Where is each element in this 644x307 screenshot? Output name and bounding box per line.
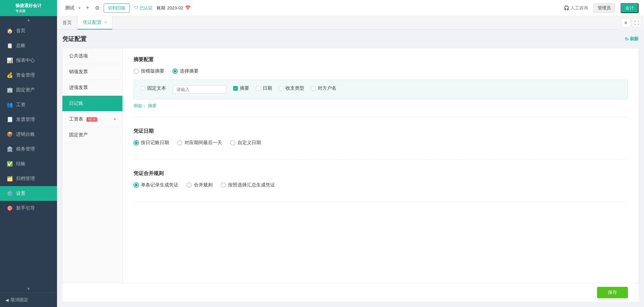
project-name: 测试 — [65, 5, 74, 11]
expand-tab-button[interactable]: ⛶ — [632, 18, 641, 28]
logo-line2: 专业版 — [15, 9, 42, 13]
sidebar-item-salary[interactable]: 👥 工资 — [0, 97, 57, 112]
save-button[interactable]: 保存 — [597, 287, 628, 298]
checkbox-fixed-text[interactable]: 固定文本 — [141, 85, 166, 91]
sidebar-item-report-center[interactable]: 📊 报表中心 — [0, 53, 57, 68]
radio-select-summary[interactable]: 选择摘要 — [172, 68, 199, 74]
tax-icon: 🏛️ — [7, 146, 13, 152]
sidebar-label-fixed-assets: 固定资产 — [16, 87, 35, 93]
calendar-icon[interactable]: 📅 — [185, 5, 191, 10]
summary-radio-group: 按模版摘要 选择摘要 — [133, 68, 628, 74]
sidebar-label-salary: 工资 — [16, 102, 25, 108]
switch-old-version-button[interactable]: 切到旧版 — [104, 3, 130, 13]
config-nav-journal-label: 日记账 — [69, 100, 83, 106]
sidebar-label-invoice-management: 发票管理 — [16, 117, 35, 123]
checkbox-fixed-text-box — [141, 86, 145, 91]
cancel-fixed-button[interactable]: ◀ 取消固定 — [0, 293, 57, 307]
refresh-icon: ↻ — [625, 37, 629, 42]
scroll-down-arrow[interactable]: ▼ — [0, 285, 57, 293]
refresh-button[interactable]: ↻ 刷新 — [625, 36, 639, 42]
admin-button[interactable]: 管理员 — [593, 3, 615, 13]
radio-template-summary[interactable]: 按模版摘要 — [133, 68, 164, 74]
config-nav-salary-table[interactable]: 工资表 NEW ▾ — [62, 112, 122, 127]
fixed-text-input[interactable] — [173, 85, 226, 94]
summary-config-title: 摘要配置 — [133, 56, 628, 63]
sidebar: ▲ 🏠 首页 📋 总账 📊 报表中心 💰 资金管理 🏢 固定资产 — [0, 16, 57, 307]
voucher-date-title: 凭证日期 — [133, 128, 628, 134]
radio-journal-date-circle — [133, 140, 139, 145]
sidebar-label-settlement: 结账 — [16, 161, 25, 167]
config-nav-sales-invoice[interactable]: 销项发票 — [62, 64, 122, 80]
voucher-date-section: 凭证日期 按日记账日期 对应期间最后一天 — [133, 128, 628, 160]
tab-voucher-config[interactable]: 凭证配置 × — [77, 16, 112, 30]
consult-button[interactable]: 🎧 人工咨询 — [564, 5, 588, 11]
gear-icon[interactable]: ⚙ — [95, 5, 100, 11]
checkbox-counterpart-name[interactable]: 对方户名 — [311, 85, 336, 91]
voucher-merge-radio-group: 单条记录生成凭证 合并规则 按照选择汇总生成凭证 — [133, 182, 628, 188]
sidebar-item-fund-management[interactable]: 💰 资金管理 — [0, 68, 57, 83]
config-nav-salary-table-label: 工资表 — [69, 116, 83, 122]
checkbox-fixed-text-label: 固定文本 — [147, 85, 166, 91]
tab-close-icon[interactable]: × — [104, 20, 107, 25]
radio-journal-date[interactable]: 按日记账日期 — [133, 140, 169, 146]
sidebar-item-settings[interactable]: ⚙️ 设置 — [0, 186, 57, 201]
report-icon: 📊 — [7, 57, 13, 63]
tab-home-label: 首页 — [62, 20, 72, 26]
certified-badge: 🛡 已认证 — [134, 5, 153, 11]
guide-icon: 🎯 — [7, 205, 13, 211]
voucher-merge-title: 凭证合并规则 — [133, 170, 628, 177]
radio-custom-date-circle — [230, 140, 235, 145]
cancel-fixed-label: 取消固定 — [11, 297, 28, 303]
sidebar-item-settlement[interactable]: ✅ 结账 — [0, 157, 57, 171]
radio-single-voucher[interactable]: 单条记录生成凭证 — [133, 182, 178, 188]
period-label: 账期 — [157, 5, 165, 11]
checkbox-summary-box: ✓ — [233, 86, 238, 91]
sidebar-label-settings: 设置 — [16, 190, 25, 196]
checkbox-summary[interactable]: ✓ 摘要 — [233, 85, 249, 91]
scroll-up-arrow[interactable]: ▲ — [0, 16, 57, 24]
config-nav-fixed-assets[interactable]: 固定资产 — [62, 127, 122, 143]
ledger-icon: 📋 — [7, 43, 13, 49]
sidebar-item-home[interactable]: 🏠 首页 — [0, 24, 57, 38]
sidebar-item-invoice-management[interactable]: 🧾 发票管理 — [0, 112, 57, 127]
sidebar-item-purchase-sales[interactable]: 📦 进销台账 — [0, 127, 57, 142]
checkbox-date[interactable]: 日期 — [256, 85, 272, 91]
tab-home[interactable]: 首页 — [57, 16, 77, 30]
radio-custom-date[interactable]: 自定义日期 — [230, 140, 261, 146]
radio-template-label: 按模版摘要 — [141, 68, 164, 74]
radio-merge-rule[interactable]: 合并规则 — [186, 182, 213, 188]
radio-select-summary-generate[interactable]: 按照选择汇总生成凭证 — [221, 182, 275, 188]
radio-single-voucher-circle — [133, 182, 139, 188]
checkbox-income-expense-type[interactable]: 收支类型 — [279, 85, 304, 91]
radio-period-last-day[interactable]: 对应期间最后一天 — [177, 140, 222, 146]
sidebar-item-tax-management[interactable]: 🏛️ 税务管理 — [0, 142, 57, 157]
sidebar-item-archive[interactable]: 🗂️ 归档管理 — [0, 171, 57, 186]
sidebar-label-home: 首页 — [16, 28, 25, 34]
config-nav-public-options-label: 公共选项 — [69, 53, 88, 59]
accountant-button[interactable]: 会计 — [621, 3, 639, 13]
checkbox-counterpart-label: 对方户名 — [318, 85, 336, 91]
close-tab-button[interactable]: ✕ — [621, 18, 631, 28]
settings-icon: ⚙️ — [7, 190, 13, 196]
purchase-sales-icon: 📦 — [7, 131, 13, 137]
sidebar-label-tax-management: 税务管理 — [16, 146, 35, 152]
sidebar-item-general-ledger[interactable]: 📋 总账 — [0, 38, 57, 53]
sidebar-label-fund-management: 资金管理 — [16, 72, 35, 78]
radio-period-last-day-label: 对应期间最后一天 — [184, 140, 222, 146]
radio-select-label: 选择摘要 — [180, 68, 199, 74]
chevron-down-icon[interactable]: ▾ — [78, 6, 80, 10]
sidebar-label-beginner-guide: 新手引导 — [16, 205, 35, 211]
header-right: 🎧 人工咨询 管理员 会计 — [564, 3, 639, 13]
sidebar-item-beginner-guide[interactable]: 🎯 新手引导 — [0, 201, 57, 216]
add-icon[interactable]: + — [86, 4, 90, 11]
config-nav-public-options[interactable]: 公共选项 — [62, 48, 122, 64]
checkbox-date-box — [256, 86, 261, 91]
sidebar-item-fixed-assets[interactable]: 🏢 固定资产 — [0, 83, 57, 97]
content-area: 首页 凭证配置 × ✕ ⛶ 凭证配置 ↻ 刷新 — [57, 16, 644, 307]
period-info: 账期 2023-02 📅 — [157, 5, 191, 11]
pin-icon: ◀ — [5, 298, 9, 303]
config-nav-purchase-invoice[interactable]: 进项发票 — [62, 80, 122, 96]
config-nav-journal[interactable]: 日记账 — [62, 96, 122, 112]
sidebar-label-general-ledger: 总账 — [16, 43, 25, 49]
page-content: 凭证配置 ↻ 刷新 公共选项 销项发票 进项发票 — [57, 30, 644, 307]
